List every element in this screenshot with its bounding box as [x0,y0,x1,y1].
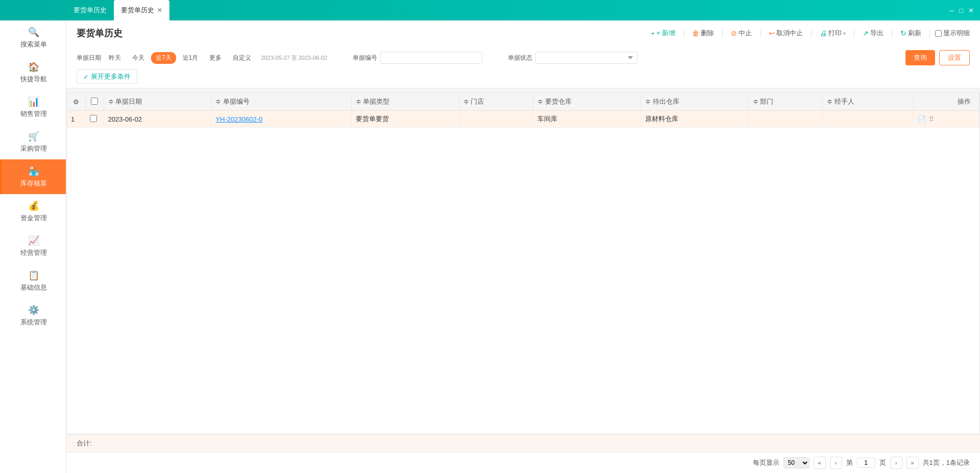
display-detail-checkbox[interactable] [935,30,942,37]
th-handler-label: ≑ 经手人 [827,98,854,105]
th-settings[interactable]: ⚙ [67,93,85,111]
tab-bill-history[interactable]: 要货单历史 ✕ [114,0,169,20]
th-department-label: ≑ 部门 [753,98,774,105]
sidebar-item-sales[interactable]: 📊 销售管理 [0,90,66,125]
row-checkbox[interactable] [90,115,97,122]
bill-no-filter-label: 单据编号 [353,54,377,62]
tab-close-icon[interactable]: ✕ [157,7,162,14]
next-page-button[interactable]: › [890,457,902,469]
divider2 [722,29,723,37]
date-btn-7days[interactable]: 近7天 [151,52,176,64]
select-all-checkbox[interactable] [91,98,98,105]
sidebar-item-quick-nav[interactable]: 🏠 快捷导航 [0,55,66,90]
status-select[interactable] [535,52,638,64]
quick-nav-icon: 🏠 [28,61,39,73]
sidebar-item-inventory[interactable]: 🏪 库存核算 [0,159,66,194]
expand-more-btn[interactable]: ✓ 展开更多条件 [77,69,137,84]
maximize-icon[interactable]: □ [959,7,963,14]
display-detail-button[interactable]: 显示明细 [935,29,970,38]
top-bar: 要货单历史 要货单历史 ✕ ─ □ ✕ [0,0,980,20]
print-button[interactable]: 🖨 打印 ▾ [817,27,849,40]
date-quick-btns: 昨天 今天 近7天 近1月 更多 自定义 [104,52,256,64]
td-bill-type: 要货单要货 [351,111,459,128]
view-icon[interactable]: 📄 [918,115,926,123]
page-number-input[interactable] [857,458,875,468]
inventory-icon: 🏪 [28,165,39,177]
prev-page-button[interactable]: ‹ [830,457,842,469]
chevron-down-icon: ✓ [83,73,89,81]
sidebar-item-purchase[interactable]: 🛒 采购管理 [0,125,66,159]
more-icon[interactable]: ⠿ [929,115,934,123]
sidebar-item-system[interactable]: ⚙️ 系统管理 [0,298,66,333]
new-icon: + [651,30,655,37]
bill-no-input[interactable] [380,52,482,64]
date-btn-more[interactable]: 更多 [205,52,226,64]
first-page-button[interactable]: « [814,457,826,469]
th-bill-type: ≑ 单据类型 [351,93,459,111]
date-btn-yesterday[interactable]: 昨天 [104,52,126,64]
basic-info-icon: 📋 [28,270,39,281]
sidebar-item-search-menu-label: 搜索菜单 [20,40,47,49]
sidebar-item-basic-info-label: 基础信息 [20,283,47,292]
delete-button[interactable]: 🗑 删除 [689,27,717,40]
window-close-icon[interactable]: ✕ [968,7,974,14]
page-title: 要货单历史 [77,27,122,39]
th-bill-type-label: ≑ 单据类型 [356,98,390,105]
export-button[interactable]: ↗ 导出 [860,27,887,40]
sidebar-item-system-label: 系统管理 [20,318,47,327]
date-btn-1month[interactable]: 近1月 [178,52,203,64]
date-btn-custom[interactable]: 自定义 [228,52,256,64]
th-handler: ≑ 经手人 [823,93,914,111]
th-out-warehouse: ≑ 待出仓库 [641,93,748,111]
sidebar-item-operation[interactable]: 📈 经营管理 [0,229,66,264]
td-store [459,111,533,128]
per-page-select[interactable]: 20 50 100 200 [783,457,810,468]
td-bill-no[interactable]: YH-20230602-0 [211,111,351,128]
stop-label: 中止 [739,29,752,38]
query-button[interactable]: 查询 [905,50,935,65]
footer-total: 合计: [66,434,980,452]
total-pages-info: 共1页，1条记录 [923,458,970,467]
operation-icon: 📈 [28,235,39,246]
export-label: 导出 [870,29,884,38]
search-menu-icon: 🔍 [28,27,39,38]
stop-button[interactable]: ⊘ 中止 [728,27,755,40]
sidebar-item-basic-info[interactable]: 📋 基础信息 [0,264,66,298]
filter-row-expand: ✓ 展开更多条件 [77,69,970,84]
th-date: ≑ 单据日期 [104,93,211,111]
refresh-button[interactable]: ↻ 刷新 [897,27,924,40]
page-prefix-label: 第 [846,458,853,467]
divider6 [892,29,892,37]
th-bill-no: ≑ 单据编号 [211,93,351,111]
sidebar: 🔍 搜索菜单 🏠 快捷导航 📊 销售管理 🛒 采购管理 🏪 库存核算 💰 资金管… [0,20,66,473]
new-button[interactable]: + + 新增 [648,27,678,40]
cancel-stop-button[interactable]: ↩ 取消中止 [766,27,806,40]
divider7 [929,29,930,37]
table-row: 1 2023-06-02 YH-20230602-0 要货单要货 车间库 原材料… [67,111,979,128]
sidebar-item-finance[interactable]: 💰 资金管理 [0,194,66,229]
td-handler [823,111,914,128]
last-page-button[interactable]: » [906,457,919,469]
th-checkbox[interactable] [85,93,104,111]
td-date: 2023-06-02 [104,111,211,128]
refresh-icon: ↻ [900,29,906,37]
date-btn-today[interactable]: 今天 [128,52,149,64]
divider1 [683,29,684,37]
td-checkbox[interactable] [85,111,104,128]
setting-button[interactable]: 设置 [939,50,970,65]
export-icon: ↗ [863,29,869,37]
system-icon: ⚙️ [28,304,39,316]
minimize-icon[interactable]: ─ [949,7,954,14]
tab-home-label: 要货单历史 [74,6,107,15]
td-req-warehouse: 车间库 [533,111,641,128]
td-index: 1 [67,111,85,128]
page-suffix-label: 页 [879,458,886,467]
td-department [748,111,822,128]
sidebar-item-inventory-label: 库存核算 [20,179,47,188]
sales-icon: 📊 [28,96,39,107]
tab-home[interactable]: 要货单历史 [66,0,114,20]
th-action: 操作 [914,93,979,111]
divider5 [854,29,854,37]
sidebar-item-search-menu[interactable]: 🔍 搜索菜单 [0,20,66,55]
finance-icon: 💰 [28,200,39,211]
